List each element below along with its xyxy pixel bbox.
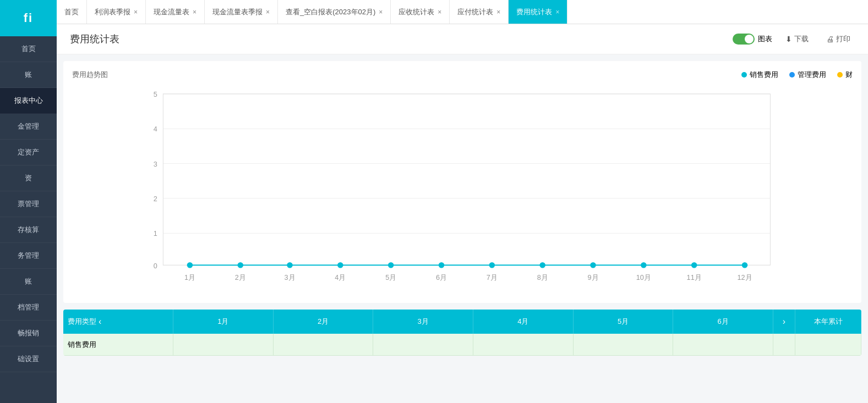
- tab-close-receivable[interactable]: ×: [438, 8, 441, 16]
- sidebar-item-account[interactable]: 账: [0, 62, 57, 88]
- legend-financial: 财: [837, 70, 853, 80]
- tab-profit-quarterly[interactable]: 利润表季报 ×: [87, 0, 146, 24]
- tab-close-expense-stats[interactable]: ×: [555, 8, 559, 16]
- tab-payable[interactable]: 应付统计表 ×: [450, 0, 509, 24]
- svg-point-27: [287, 262, 293, 268]
- svg-point-34: [641, 262, 647, 268]
- svg-text:8月: 8月: [537, 274, 548, 281]
- col-nav[interactable]: ›: [773, 310, 795, 334]
- sidebar-item-invoice[interactable]: 票管理: [0, 191, 57, 217]
- row-may: [574, 334, 674, 355]
- tab-home[interactable]: 首页: [57, 0, 87, 24]
- col-nav-next[interactable]: ›: [780, 317, 788, 327]
- page-title: 费用统计表: [70, 32, 119, 46]
- sidebar: fi 首页 账 报表中心 金管理 定资产 资 票管理 存核算 务管理 账 档管理…: [0, 0, 57, 403]
- svg-point-30: [439, 262, 445, 268]
- chart-toggle-wrapper[interactable]: 图表: [733, 34, 772, 45]
- trend-chart: 5 4 3 2 1 0 1月 2月: [72, 85, 853, 294]
- tab-close-blank-report[interactable]: ×: [379, 8, 383, 16]
- sidebar-item-archive[interactable]: 档管理: [0, 295, 57, 321]
- col-apr: 4月: [473, 310, 574, 334]
- sidebar-item-assets[interactable]: 定资产: [0, 140, 57, 165]
- svg-point-31: [489, 262, 495, 268]
- content-area: 费用统计表 图表 ⬇ 下载 🖨 打印 费用趋势图: [57, 24, 868, 403]
- col-ytd: 本年累计: [795, 310, 861, 334]
- tab-expense-stats[interactable]: 费用统计表 ×: [509, 0, 567, 24]
- svg-point-29: [388, 262, 394, 268]
- svg-text:11月: 11月: [687, 274, 702, 281]
- table-section: 费用类型 ‹ 1月 2月 3月 4月 5月 6月 › 本年累计 销售费用: [63, 310, 861, 356]
- row-feb: [274, 334, 374, 355]
- header-actions: 图表 ⬇ 下载 🖨 打印: [733, 32, 855, 46]
- svg-text:4: 4: [154, 125, 157, 133]
- sidebar-item-reports[interactable]: 报表中心: [0, 88, 57, 114]
- col-type: 费用类型 ‹: [63, 310, 173, 334]
- tab-close-payable[interactable]: ×: [496, 8, 500, 16]
- tab-close-cashflow[interactable]: ×: [193, 8, 196, 16]
- svg-point-26: [238, 262, 244, 268]
- legend-label-financial: 财: [845, 70, 853, 80]
- col-may: 5月: [574, 310, 674, 334]
- legend-label-management: 管理费用: [798, 70, 826, 80]
- legend-management: 管理费用: [789, 70, 826, 80]
- svg-text:5: 5: [154, 91, 157, 98]
- svg-point-36: [742, 262, 748, 268]
- svg-text:4月: 4月: [335, 274, 346, 281]
- row-jan: [173, 334, 274, 355]
- row-type-sales: 销售费用: [63, 334, 173, 355]
- svg-point-25: [187, 262, 193, 268]
- col-mar: 3月: [373, 310, 473, 334]
- svg-text:1月: 1月: [184, 274, 195, 281]
- legend-sales: 销售费用: [741, 70, 778, 80]
- chart-container: 5 4 3 2 1 0 1月 2月: [72, 85, 853, 294]
- sidebar-item-expense[interactable]: 畅报销: [0, 321, 57, 346]
- print-button[interactable]: 🖨 打印: [822, 32, 855, 46]
- legend-dot-management: [789, 72, 795, 78]
- svg-text:12月: 12月: [737, 274, 752, 281]
- col-nav-prev[interactable]: ‹: [96, 317, 103, 327]
- svg-point-33: [590, 262, 596, 268]
- svg-text:6月: 6月: [436, 274, 447, 281]
- svg-text:5月: 5月: [385, 274, 396, 281]
- svg-point-28: [337, 262, 343, 268]
- legend-dot-financial: [837, 72, 843, 78]
- table-header: 费用类型 ‹ 1月 2月 3月 4月 5月 6月 › 本年累计: [63, 310, 861, 334]
- download-button[interactable]: ⬇ 下载: [781, 32, 813, 46]
- sidebar-item-inventory[interactable]: 存核算: [0, 217, 57, 243]
- chart-toggle[interactable]: [733, 34, 755, 45]
- sidebar-item-cash[interactable]: 金管理: [0, 114, 57, 140]
- sidebar-item-service[interactable]: 务管理: [0, 243, 57, 269]
- tab-cashflow[interactable]: 现金流量表 ×: [146, 0, 205, 24]
- tab-close-cashflow-quarterly[interactable]: ×: [266, 8, 270, 16]
- col-jun: 6月: [673, 310, 773, 334]
- svg-rect-12: [163, 94, 770, 265]
- tab-cashflow-quarterly[interactable]: 现金流量表季报 ×: [205, 0, 278, 24]
- sidebar-item-home[interactable]: 首页: [0, 36, 57, 62]
- tab-receivable[interactable]: 应收统计表 ×: [391, 0, 450, 24]
- chart-toggle-label: 图表: [758, 34, 772, 44]
- chart-section: 费用趋势图 销售费用 管理费用 财 5: [63, 61, 861, 303]
- col-jan: 1月: [173, 310, 274, 334]
- sidebar-item-settings[interactable]: 础设置: [0, 346, 57, 372]
- row-jun: [673, 334, 773, 355]
- svg-point-32: [539, 262, 545, 268]
- svg-text:9月: 9月: [587, 274, 598, 281]
- sidebar-item-payroll[interactable]: 资: [0, 165, 57, 191]
- tab-blank-report[interactable]: 查看_空白报表(2023年02月) ×: [278, 0, 391, 24]
- table-row: 销售费用: [63, 334, 861, 356]
- row-nav: [773, 334, 795, 355]
- row-apr: [473, 334, 574, 355]
- tab-close-profit-quarterly[interactable]: ×: [134, 8, 138, 16]
- chart-title: 费用趋势图: [72, 70, 853, 80]
- svg-text:0: 0: [154, 262, 157, 270]
- svg-text:2: 2: [154, 195, 157, 203]
- svg-point-35: [691, 262, 697, 268]
- download-icon: ⬇: [785, 35, 792, 43]
- page-header: 费用统计表 图表 ⬇ 下载 🖨 打印: [57, 24, 868, 54]
- sidebar-item-ledger[interactable]: 账: [0, 269, 57, 295]
- main-area: 首页 利润表季报 × 现金流量表 × 现金流量表季报 × 查看_空白报表(202…: [57, 0, 868, 403]
- print-icon: 🖨: [826, 35, 834, 43]
- row-mar: [373, 334, 473, 355]
- svg-text:10月: 10月: [636, 274, 651, 281]
- col-feb: 2月: [274, 310, 374, 334]
